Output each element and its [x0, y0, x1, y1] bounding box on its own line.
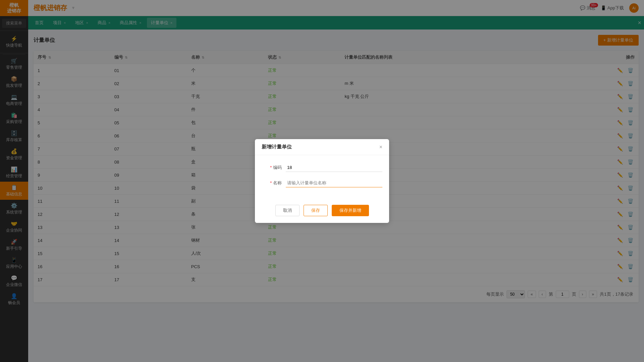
add-unit-modal: 新增计量单位 × 编码 名称 取消 保存 保存并新增 [255, 139, 389, 223]
modal-body: 编码 名称 [255, 155, 389, 201]
form-row-name: 名称 [262, 179, 382, 187]
modal-overlay: 新增计量单位 × 编码 名称 取消 保存 保存并新增 [0, 0, 644, 362]
save-new-button[interactable]: 保存并新增 [332, 205, 369, 216]
code-input[interactable] [286, 163, 382, 172]
code-label: 编码 [262, 165, 282, 171]
name-label: 名称 [262, 180, 282, 186]
modal-close-button[interactable]: × [379, 144, 382, 150]
modal-title: 新增计量单位 [262, 144, 292, 150]
save-button[interactable]: 保存 [304, 205, 328, 216]
modal-footer: 取消 保存 保存并新增 [255, 201, 389, 223]
form-row-code: 编码 [262, 163, 382, 172]
cancel-button[interactable]: 取消 [275, 205, 300, 216]
name-input[interactable] [286, 179, 382, 187]
modal-header: 新增计量单位 × [255, 139, 389, 155]
